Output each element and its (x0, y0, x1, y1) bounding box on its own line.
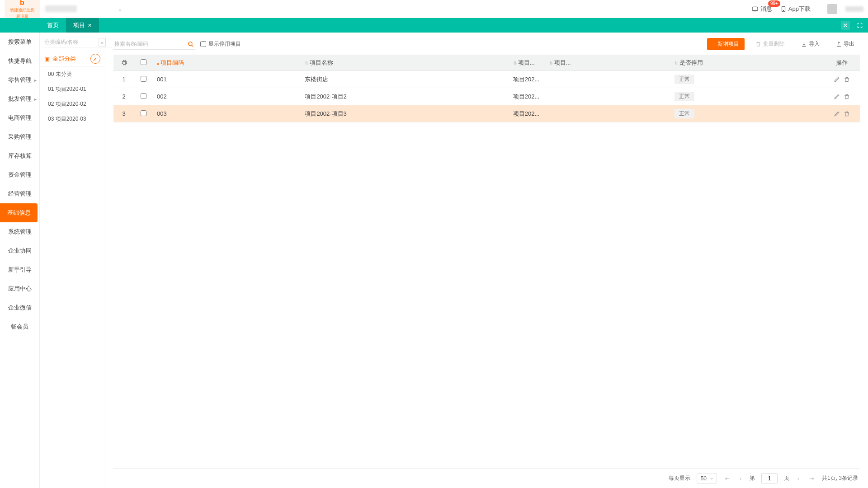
cell-cat1: 项目202... (509, 71, 545, 88)
status-badge: 正常 (675, 75, 694, 84)
sidebar-item-label: 电商管理 (8, 114, 32, 122)
close-icon[interactable]: ✕ (88, 23, 92, 28)
category-panel: ▣ 全部分类 00 未分类01 项目2020-0102 项目2020-0203 … (40, 33, 105, 488)
cat1-column-header[interactable]: ⇅项目... (509, 55, 545, 71)
sidebar-item-label: 库存核算 (8, 152, 32, 160)
sidebar-item-6[interactable]: 库存核算 (0, 146, 39, 165)
messages-button[interactable]: 消息 99+ (751, 5, 772, 13)
sidebar-item-3[interactable]: 批发管理▸ (0, 89, 39, 108)
ops-column-header: 操作 (824, 55, 860, 71)
edit-category-button[interactable] (90, 54, 100, 64)
sidebar-item-label: 零售管理 (8, 76, 32, 84)
sidebar-item-label: 采购管理 (8, 133, 32, 141)
code-column-header[interactable]: ▴项目编码 (152, 55, 300, 71)
category-item-3[interactable]: 03 项目2020-03 (40, 112, 105, 127)
sidebar-item-0[interactable]: 搜索菜单 (0, 33, 39, 52)
batch-delete-button[interactable]: 批量删除 (750, 38, 790, 50)
last-page-button[interactable]: ⇥ (807, 475, 816, 482)
row-checkbox[interactable] (141, 76, 146, 82)
sidebar-item-4[interactable]: 电商管理 (0, 108, 39, 127)
caret-right-icon: ▸ (34, 97, 37, 102)
tab-label: 首页 (47, 21, 59, 29)
cell-code: 002 (152, 88, 300, 105)
sidebar-item-12[interactable]: 新手引导 (0, 260, 39, 279)
delete-row-button[interactable] (844, 110, 850, 117)
close-tab-button[interactable] (841, 21, 850, 30)
search-input[interactable] (113, 38, 195, 50)
sidebar-item-10[interactable]: 系统管理 (0, 222, 39, 241)
pencil-icon (834, 94, 840, 100)
sidebar-item-label: 基础信息 (7, 209, 31, 217)
sidebar-item-11[interactable]: 企业协同 (0, 241, 39, 260)
sidebar-item-8[interactable]: 经营管理 (0, 184, 39, 203)
avatar[interactable] (827, 4, 837, 14)
close-icon (843, 23, 848, 28)
export-button[interactable]: 导出 (830, 38, 860, 50)
sidebar-item-14[interactable]: 企业微信 (0, 298, 39, 317)
cell-cat2 (545, 88, 670, 105)
category-item-0[interactable]: 00 未分类 (40, 67, 105, 82)
pencil-icon (834, 111, 840, 117)
delete-row-button[interactable] (844, 76, 850, 83)
import-button[interactable]: 导入 (796, 38, 825, 50)
edit-row-button[interactable] (834, 76, 840, 83)
page-input[interactable] (761, 473, 778, 483)
app-download-button[interactable]: App下载 (780, 5, 811, 13)
sidebar-item-1[interactable]: 快捷导航 (0, 52, 39, 70)
show-disabled-input[interactable] (200, 41, 206, 47)
table-row[interactable]: 3003项目2002-项目3项目202...正常 (113, 105, 860, 122)
collapse-panel-button[interactable]: « (99, 38, 106, 47)
first-page-button[interactable]: ⇤ (723, 475, 731, 482)
export-icon (836, 41, 842, 47)
sidebar-item-9[interactable]: 基础信息 (0, 203, 38, 222)
show-disabled-checkbox[interactable]: 显示停用项目 (200, 40, 241, 48)
row-index: 1 (113, 71, 134, 88)
svg-rect-0 (752, 7, 758, 10)
checkbox-column-header[interactable] (134, 55, 152, 71)
row-checkbox[interactable] (141, 93, 146, 99)
fullscreen-button[interactable] (855, 21, 864, 30)
sort-icon: ▴ (157, 61, 159, 66)
sidebar-item-5[interactable]: 采购管理 (0, 127, 39, 146)
pencil-icon (93, 56, 98, 61)
edit-row-button[interactable] (834, 93, 840, 100)
edit-row-button[interactable] (834, 110, 840, 117)
page-size-select[interactable]: 50 (697, 474, 717, 483)
name-column-header[interactable]: ⇅项目名称 (300, 55, 508, 71)
company-selector[interactable]: ⌄ (45, 5, 123, 12)
select-all-checkbox[interactable] (141, 59, 146, 65)
row-checkbox[interactable] (141, 110, 146, 116)
row-index: 3 (113, 105, 134, 122)
chevron-down-icon: ⌄ (118, 5, 123, 12)
settings-column-header[interactable] (113, 55, 134, 71)
tab-1[interactable]: 项目✕ (66, 18, 99, 33)
batch-delete-label: 批量删除 (763, 40, 785, 48)
tab-0[interactable]: 首页 (40, 18, 66, 33)
row-index: 2 (113, 88, 134, 105)
category-all-row[interactable]: ▣ 全部分类 (40, 51, 105, 67)
table-row[interactable]: 1001东楼街店项目202...正常 (113, 71, 860, 88)
sidebar-item-13[interactable]: 应用中心 (0, 279, 39, 298)
folder-icon: ▣ (44, 56, 50, 62)
disabled-column-header[interactable]: ⇅是否停用 (670, 55, 824, 71)
sidebar-item-2[interactable]: 零售管理▸ (0, 70, 39, 89)
search-icon[interactable] (188, 40, 194, 47)
sidebar-item-label: 企业协同 (8, 247, 32, 255)
trash-icon (755, 41, 761, 47)
table-row[interactable]: 2002项目2002-项目2项目202...正常 (113, 88, 860, 105)
category-all-label: 全部分类 (52, 55, 88, 63)
sidebar-item-7[interactable]: 资金管理 (0, 165, 39, 184)
status-badge: 正常 (675, 109, 694, 118)
next-page-button[interactable]: › (796, 475, 801, 482)
sidebar-item-label: 搜索菜单 (8, 38, 32, 46)
cell-code: 003 (152, 105, 300, 122)
brand-logo-area[interactable]: b 畅捷通好生意 标准版 (5, 0, 40, 18)
sidebar-item-15[interactable]: 畅会员 (0, 317, 39, 336)
trash-icon (844, 94, 850, 100)
cat2-column-header[interactable]: ⇅项目... (545, 55, 670, 71)
add-project-button[interactable]: + 新增项目 (707, 38, 745, 50)
prev-page-button[interactable]: ‹ (738, 475, 743, 482)
category-item-1[interactable]: 01 项目2020-01 (40, 82, 105, 97)
category-item-2[interactable]: 02 项目2020-02 (40, 97, 105, 112)
delete-row-button[interactable] (844, 93, 850, 100)
